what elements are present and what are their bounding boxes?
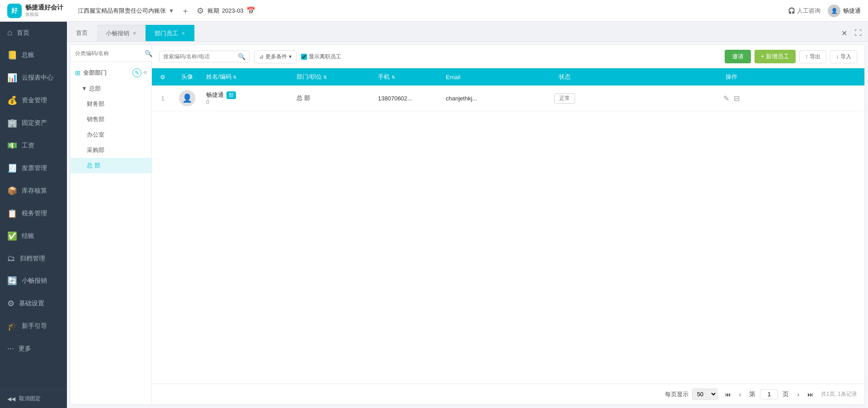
unpin-label: 取消固定	[19, 395, 41, 403]
delete-button[interactable]: ⊟	[734, 94, 740, 103]
invoice-icon: 🧾	[7, 163, 17, 173]
assets-mgmt-icon: 💰	[7, 95, 17, 105]
sidebar-item-label: 税务管理	[22, 209, 47, 218]
period-label: 账期	[208, 7, 219, 15]
col-settings[interactable]: ⚙	[152, 68, 174, 85]
tab-dept-emp-label: 部门员工	[155, 29, 178, 38]
dept-item-bangongshi[interactable]: 办公室	[71, 127, 151, 142]
top-right: 🎧 人工咨询 👤 畅捷通	[788, 5, 861, 17]
sidebar-item-label: 发票管理	[22, 164, 47, 172]
company-name: 江西服宝精品有限责任公司内账张	[78, 7, 166, 15]
sidebar-item-tax[interactable]: 📋 税务管理	[0, 202, 67, 225]
page-label: 页	[779, 389, 793, 400]
first-page-button[interactable]: ⏮	[721, 389, 735, 399]
col-name-header[interactable]: 姓名/编码 ⇅	[201, 68, 291, 85]
add-icon[interactable]: ＋	[181, 5, 189, 16]
main-layout: ⌂ 首页 📒 总账 📊 云报表中心 💰 资金管理 🏢 固定资产 💵 工资 🧾 发…	[0, 22, 868, 408]
unpin-button[interactable]: ◀◀ 取消固定	[0, 389, 67, 408]
show-resigned-checkbox[interactable]	[301, 54, 307, 60]
export-button[interactable]: ↑ 导出	[799, 50, 826, 63]
col-phone-header[interactable]: 手机 ⇅	[373, 68, 440, 85]
tab-expense-close[interactable]: ×	[133, 30, 136, 37]
user-area[interactable]: 👤 畅捷通	[828, 5, 861, 17]
sidebar-item-ledger[interactable]: 📒 总账	[0, 44, 67, 66]
support-button[interactable]: 🎧 人工咨询	[788, 7, 821, 15]
dept-badge: 部	[226, 91, 236, 99]
tab-right-actions: ✕ ⛶	[839, 25, 868, 41]
tab-expense[interactable]: 小畅报销 ×	[97, 25, 146, 41]
dept-edit-icon[interactable]: ✎	[132, 68, 142, 77]
col-dept-header[interactable]: 部门/职位 ⇅	[291, 68, 373, 85]
dept-item-caiwubu[interactable]: 财务部	[71, 96, 151, 112]
sidebar-item-settlement[interactable]: ✅ 结账	[0, 225, 67, 247]
sidebar-item-label: 基础设置	[19, 299, 44, 308]
sidebar-item-assets-mgmt[interactable]: 💰 资金管理	[0, 89, 67, 112]
tab-close-icon[interactable]: ✕	[839, 28, 850, 38]
row-actions: ✎ ⊟	[599, 85, 864, 111]
sidebar-item-fixed-assets[interactable]: 🏢 固定资产	[0, 112, 67, 134]
import-button[interactable]: ↓ 导入	[830, 50, 857, 63]
import-icon: ↓	[836, 53, 839, 60]
edit-button[interactable]: ✎	[723, 94, 729, 103]
xiaochang-icon: 🔄	[7, 276, 17, 286]
calendar-icon[interactable]: 📅	[246, 6, 255, 15]
table-header-row: ⚙ 头像 姓名/编码 ⇅ 部门/职位 ⇅	[152, 68, 864, 85]
tab-home[interactable]: 首页	[67, 25, 97, 41]
sidebar-item-archive[interactable]: 🗂 归档管理	[0, 247, 67, 270]
dept-item-caigoubu[interactable]: 采购部	[71, 142, 151, 158]
dept-collapse-icon[interactable]: «	[143, 68, 147, 77]
page-input[interactable]	[760, 389, 778, 399]
dept-sort-icon[interactable]: ⇅	[323, 75, 327, 80]
settings-icon[interactable]: ⚙	[197, 6, 204, 16]
per-page-select[interactable]: 50 10 20 100	[692, 389, 717, 400]
tab-fullscreen-icon[interactable]: ⛶	[852, 28, 864, 38]
settlement-icon: ✅	[7, 231, 17, 241]
page-total: 共1页, 1条记录	[821, 390, 857, 398]
sidebar-item-settings[interactable]: ⚙ 基础设置	[0, 292, 67, 315]
tab-expense-label: 小畅报销	[106, 29, 129, 38]
dept-item-zongbu[interactable]: ▼总部	[71, 81, 151, 96]
col-status-header: 状态	[531, 68, 599, 85]
dept-item-zongbu-active[interactable]: 总 部	[71, 158, 151, 173]
phone-sort-icon[interactable]: ⇅	[392, 75, 395, 80]
tab-dept-emp-close[interactable]: ×	[182, 30, 185, 37]
dept-search-input[interactable]	[75, 50, 143, 57]
sidebar-item-salary[interactable]: 💵 工资	[0, 134, 67, 157]
right-panel: 🔍 ⊿ 更多条件 ▾ 显示离职员工 邀请 + 新增员工	[152, 45, 864, 404]
show-resigned-label[interactable]: 显示离职员工	[309, 53, 341, 61]
content-area: 首页 小畅报销 × 部门员工 × ✕ ⛶ 🔍	[67, 22, 868, 408]
invite-button[interactable]: 邀请	[725, 50, 751, 63]
filter-more-button[interactable]: ⊿ 更多条件 ▾	[254, 50, 297, 63]
sidebar-item-xiaochang[interactable]: 🔄 小畅报销	[0, 270, 67, 292]
employee-search-input[interactable]	[163, 53, 236, 60]
sidebar-item-invoice[interactable]: 🧾 发票管理	[0, 157, 67, 180]
show-resigned-area: 显示离职员工	[301, 53, 341, 61]
dept-search-icon[interactable]: 🔍	[145, 50, 152, 57]
dept-item-xiaoshoubu[interactable]: 销售部	[71, 112, 151, 127]
toolbar-right-actions: 邀请 + 新增员工 ↑ 导出 ↓ 导入	[725, 50, 857, 63]
prev-page-button[interactable]: ‹	[736, 389, 745, 399]
unpin-icon: ◀◀	[7, 396, 15, 402]
sidebar-item-guide[interactable]: 🎓 新手引导	[0, 315, 67, 337]
guide-icon: 🎓	[7, 321, 17, 331]
employee-name: 畅捷通	[206, 91, 224, 99]
company-selector[interactable]: 江西服宝精品有限责任公司内账张 ▼	[74, 5, 178, 17]
employee-search-box: 🔍	[159, 51, 250, 62]
sidebar-item-label: 更多	[19, 345, 31, 353]
sidebar-item-more[interactable]: ··· 更多	[0, 337, 67, 360]
add-employee-button[interactable]: + 新增员工	[755, 50, 796, 63]
dept-tree: ⊞ 全部部门 ✎ « ▼总部 财务部 销售部 办公室	[71, 62, 151, 404]
user-name: 畅捷通	[843, 7, 861, 15]
sidebar-item-inventory[interactable]: 📦 库存核算	[0, 180, 67, 202]
name-sort-icon[interactable]: ⇅	[233, 75, 236, 80]
employee-search-icon[interactable]: 🔍	[238, 53, 245, 60]
sidebar-item-home[interactable]: ⌂ 首页	[0, 22, 67, 44]
next-page-button[interactable]: ›	[793, 389, 803, 399]
tab-dept-emp[interactable]: 部门员工 ×	[146, 25, 194, 41]
company-dropdown-arrow[interactable]: ▼	[169, 8, 174, 14]
period-value: 2023-03	[222, 7, 244, 14]
dept-all-header[interactable]: ⊞ 全部部门 ✎ «	[71, 65, 151, 81]
row-status: 正常	[531, 85, 599, 111]
last-page-button[interactable]: ⏭	[804, 389, 817, 399]
sidebar-item-reports[interactable]: 📊 云报表中心	[0, 66, 67, 89]
